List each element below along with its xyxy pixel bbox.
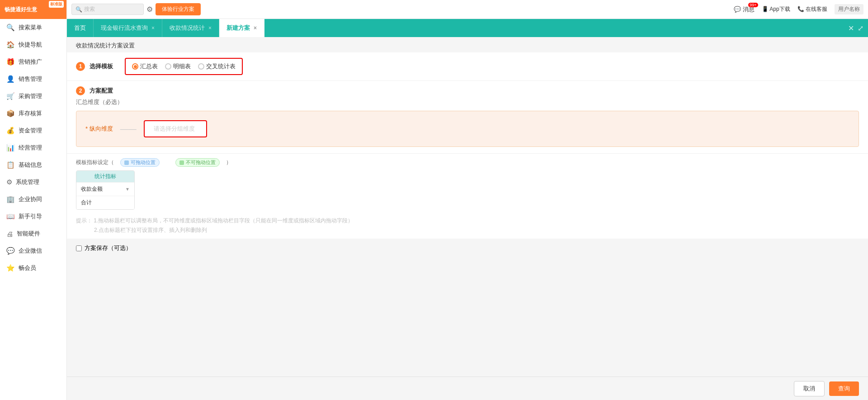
sidebar-item-guide[interactable]: 📖 新手引导 [0,208,66,225]
sidebar-item-label: 畅会员 [19,264,36,272]
vertical-dim-label: * 纵向维度 [85,125,113,133]
radio-circle-cross [198,63,204,70]
sidebar-item-wechat[interactable]: 💬 企业微信 [0,242,66,259]
printer-icon: 🖨 [6,230,13,238]
sidebar-item-sales[interactable]: 👤 销售管理 [0,71,66,88]
bottom-bar: 取消 查询 [67,376,868,400]
chart-icon: 📊 [6,144,15,152]
main-area: 🔍 搜索 ⚙ 体验行业方案 💬 消息 99+ 📱 App下载 📞 在线客服 用户… [67,0,868,400]
sidebar-item-label: 基础信息 [19,161,42,169]
money-icon: 💰 [6,127,15,135]
message-badge: 99+ [748,3,758,7]
expand-window-icon[interactable]: ⤢ [858,24,863,33]
radio-circle-summary [132,63,138,70]
sidebar-item-operations[interactable]: 📊 经营管理 [0,139,66,156]
sidebar-item-basic-info[interactable]: 📋 基础信息 [0,156,66,174]
sidebar-item-marketing[interactable]: 🎁 营销推广 [0,53,66,71]
step1-number: 1 [76,62,85,71]
non-draggable-badge: 不可拖动位置 [175,158,220,167]
logo-text: 畅捷通好生意 [5,6,37,14]
step1-title: 选择模板 [90,62,113,71]
topbar-left: 🔍 搜索 ⚙ 体验行业方案 [71,3,729,15]
step2-title: 方案配置 [90,87,113,95]
search-box[interactable]: 🔍 搜索 [71,4,144,15]
doc-icon: 📋 [6,161,15,169]
settings-icon[interactable]: ⚙ [146,5,153,14]
radio-summary[interactable]: 汇总表 [132,62,158,71]
tab-receipt-stat[interactable]: 收款情况统计 × [162,19,219,37]
sidebar-item-quick-nav[interactable]: 🏠 快捷导航 [0,36,66,53]
stat-item-total: 合计 [76,196,134,209]
tab-home[interactable]: 首页 [67,19,94,37]
gift-icon: 🎁 [6,58,15,66]
sidebar-item-label: 搜索菜单 [19,24,42,32]
close-receipt-stat-tab[interactable]: × [208,25,212,31]
radio-detail[interactable]: 明细表 [165,62,191,71]
close-window-icon[interactable]: ✕ [848,24,854,33]
star-icon: ⭐ [6,264,15,272]
radio-circle-detail [165,63,171,70]
sidebar-item-label: 系统管理 [16,178,39,186]
sidebar-item-inventory[interactable]: 📦 库存核算 [0,105,66,122]
hint-2: 2.点击标题栏下拉可设置排序、插入列和删除列 [76,226,859,234]
page-content: 收款情况统计方案设置 1 选择模板 汇总表 明细表 [67,37,868,376]
tab-bank-flow[interactable]: 现金银行流水查询 × [94,19,162,37]
sidebar-item-label: 智能硬件 [17,230,40,238]
query-button[interactable]: 查询 [829,381,859,396]
cart-icon: 🛒 [6,92,15,100]
sidebar-item-hardware[interactable]: 🖨 智能硬件 [0,225,66,242]
breadcrumb: 收款情况统计方案设置 [67,37,868,52]
indicator-label-row: 模板指标设定（ 可拖动位置 不可拖动位置 ） [76,158,859,167]
industry-btn[interactable]: 体验行业方案 [156,3,201,15]
dim-select-dropdown[interactable]: 请选择分组维度 [144,120,207,137]
book-icon: 📖 [6,212,15,221]
stat-item-amount[interactable]: 收款金额 ▼ [76,182,134,196]
user-info[interactable]: 用户名称 [835,4,863,14]
chat-icon: 💬 [6,247,15,255]
sidebar-item-label: 资金管理 [19,127,42,135]
save-plan-checkbox[interactable] [76,245,82,251]
tabbar-actions: ✕ ⤢ [848,24,868,33]
indicator-setting-suffix: ） [226,159,231,166]
support-link[interactable]: 📞 在线客服 [797,5,827,13]
tabbar: 首页 现金银行流水查询 × 收款情况统计 × 新建方案 × ✕ ⤢ [67,19,868,37]
close-new-plan-tab[interactable]: × [254,25,257,31]
enterprise-icon: 🏢 [6,195,15,203]
cancel-button[interactable]: 取消 [794,381,825,396]
sidebar-item-label: 销售管理 [19,75,42,83]
hint-1: 提示： 1.拖动标题栏可以调整布局，不可跨维度或指标区域拖动栏目字段（只能在同一… [76,217,859,225]
search-menu-icon: 🔍 [6,24,15,32]
tab-new-plan[interactable]: 新建方案 × [219,19,264,37]
indicator-separator [166,160,169,166]
close-bank-flow-tab[interactable]: × [151,25,155,31]
draggable-badge: 可拖动位置 [120,158,160,167]
download-link[interactable]: 📱 App下载 [762,5,790,13]
sidebar-item-search-menu[interactable]: 🔍 搜索菜单 [0,19,66,36]
topbar-right: 💬 消息 99+ 📱 App下载 📞 在线客服 用户名称 [734,4,863,14]
gear-icon: ⚙ [6,178,12,186]
save-option-row: 方案保存（可选） [67,239,868,258]
sidebar-item-label: 企业协同 [19,195,42,203]
sidebar-item-label: 新手引导 [19,212,42,221]
sidebar: 畅捷通好生意 标准版 🔍 搜索菜单 🏠 快捷导航 🎁 营销推广 👤 销售管理 🛒… [0,0,67,400]
box-icon: 📦 [6,109,15,118]
home-icon: 🏠 [6,41,15,49]
message-area[interactable]: 💬 消息 99+ [734,5,755,14]
sidebar-item-purchase[interactable]: 🛒 采购管理 [0,88,66,105]
radio-cross[interactable]: 交叉统计表 [198,62,236,71]
sidebar-item-label: 快捷导航 [19,41,42,49]
indicator-section: 模板指标设定（ 可拖动位置 不可拖动位置 ） 统计指标 收款金 [67,154,868,212]
sidebar-item-member[interactable]: ⭐ 畅会员 [0,259,66,277]
indicator-setting-prefix: 模板指标设定（ [76,159,114,166]
sidebar-item-label: 营销推广 [19,58,42,66]
search-placeholder: 搜索 [84,5,95,13]
save-plan-label[interactable]: 方案保存（可选） [85,244,132,252]
template-selection-outline: 汇总表 明细表 交叉统计表 [125,58,243,75]
step2-row: 2 方案配置 [67,81,868,98]
sidebar-item-system[interactable]: ⚙ 系统管理 [0,174,66,191]
sidebar-item-finance[interactable]: 💰 资金管理 [0,122,66,139]
step2-number: 2 [76,86,85,95]
dim-section-label: 汇总维度（必选） [76,98,859,106]
user-icon: 👤 [6,75,15,83]
sidebar-item-enterprise[interactable]: 🏢 企业协同 [0,191,66,208]
